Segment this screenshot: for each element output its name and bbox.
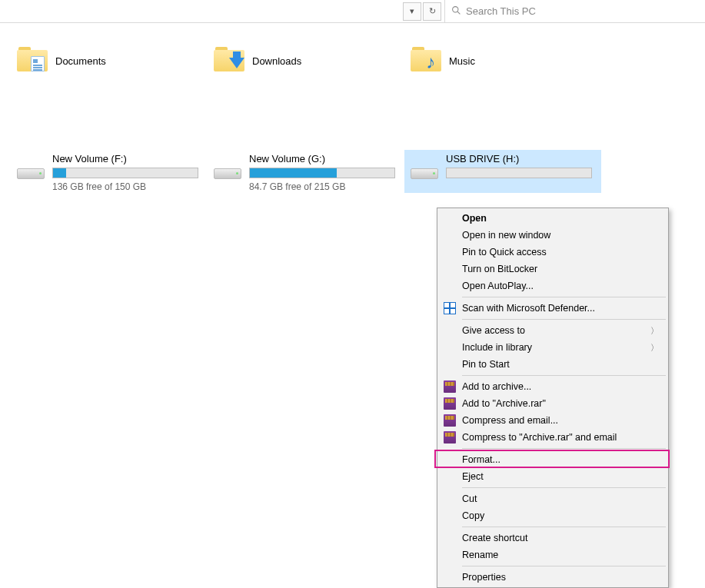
chevron-right-icon: 〉	[650, 325, 659, 337]
context-menu-item-label: Rename	[462, 550, 498, 560]
context-menu-item[interactable]: Compress and email...	[439, 412, 667, 429]
folder-icon	[15, 45, 52, 76]
svg-line-1	[457, 12, 460, 14]
folder-label: Music	[449, 55, 475, 67]
context-menu-item[interactable]: Pin to Start	[439, 356, 667, 373]
context-menu-item-label: Open	[462, 213, 487, 224]
drive-name: New Volume (F:)	[52, 153, 203, 164]
drive-info: New Volume (F:)136 GB free of 150 GB	[52, 153, 203, 192]
refresh-button[interactable]: ↻	[423, 2, 441, 21]
folder-icon: ♪	[409, 45, 446, 76]
context-menu-item[interactable]: Open AutoPlay...	[439, 277, 667, 294]
context-menu-item-label: Include in library	[462, 342, 532, 353]
history-dropdown-button[interactable]: ▾	[403, 2, 421, 21]
context-menu-item-label: Add to "Archive.rar"	[462, 398, 546, 409]
context-menu-item[interactable]: Include in library〉	[439, 339, 667, 356]
context-menu-item[interactable]: Pin to Quick access	[439, 244, 667, 261]
context-menu-item-label: Give access to	[462, 325, 525, 336]
downloads-icon	[229, 58, 244, 68]
toolbar: ▾ ↻ Search This PC	[0, 0, 705, 23]
drive-free-text: 84.7 GB free of 215 GB	[249, 181, 400, 192]
context-menu-item-label: Pin to Start	[462, 359, 510, 370]
drive-icon	[212, 158, 246, 191]
address-bar[interactable]: ▾ ↻	[0, 0, 445, 22]
context-menu-item-label: Add to archive...	[462, 381, 531, 392]
context-menu-item[interactable]: Scan with Microsoft Defender...	[439, 300, 667, 317]
context-menu-item[interactable]: Add to "Archive.rar"	[439, 395, 667, 412]
folder-label: Downloads	[252, 55, 301, 67]
context-menu-item[interactable]: Open	[439, 210, 667, 227]
context-menu-item-label: Open in new window	[462, 230, 550, 241]
archive-icon	[444, 380, 456, 393]
drive-name: USB DRIVE (H:)	[446, 153, 597, 164]
chevron-right-icon: 〉	[650, 342, 659, 354]
context-menu-item-label: Cut	[462, 493, 477, 504]
context-menu-separator	[462, 448, 666, 449]
drive-usage-bar	[249, 168, 395, 178]
refresh-icon: ↻	[429, 6, 436, 16]
drive-info: New Volume (G:)84.7 GB free of 215 GB	[249, 153, 400, 192]
context-menu-item[interactable]: Turn on BitLocker	[439, 261, 667, 277]
folder-label: Documents	[55, 55, 106, 67]
context-menu-item[interactable]: Properties	[439, 569, 667, 586]
context-menu-item-label: Properties	[462, 572, 506, 583]
drives-row: New Volume (F:)136 GB free of 150 GBNew …	[0, 150, 705, 193]
context-menu-separator	[462, 566, 666, 566]
context-menu-separator	[462, 297, 666, 297]
context-menu-item[interactable]: Compress to "Archive.rar" and email	[439, 429, 667, 446]
context-menu-separator	[462, 487, 666, 488]
context-menu-item[interactable]: Format...	[439, 451, 667, 468]
context-menu-item[interactable]: Rename	[439, 546, 667, 563]
context-menu-item-label: Create shortcut	[462, 533, 527, 543]
search-placeholder: Search This PC	[466, 5, 536, 17]
drive-usage-bar	[52, 168, 198, 178]
context-menu-item[interactable]: Give access to〉	[439, 322, 667, 339]
context-menu-item[interactable]: Add to archive...	[439, 378, 667, 395]
context-menu-item-label: Copy	[462, 510, 484, 521]
context-menu-separator	[462, 319, 666, 320]
context-menu-item[interactable]: Cut	[439, 490, 667, 507]
drive-free-text: 136 GB free of 150 GB	[52, 181, 203, 192]
folder-item-music[interactable]: ♪Music	[404, 41, 601, 81]
folder-icon	[212, 45, 249, 76]
context-menu-item-label: Format...	[462, 454, 500, 465]
folders-row: DocumentsDownloads♪Music	[0, 24, 705, 81]
context-menu-item[interactable]: Eject	[439, 468, 667, 485]
archive-icon	[444, 431, 456, 443]
drive-icon	[15, 158, 49, 191]
context-menu-item[interactable]: Copy	[439, 507, 667, 524]
context-menu-item[interactable]: Create shortcut	[439, 530, 667, 546]
context-menu-item[interactable]: Open in new window	[439, 227, 667, 244]
archive-icon	[444, 397, 456, 410]
drive-item[interactable]: USB DRIVE (H:)	[404, 150, 601, 193]
svg-point-0	[453, 6, 458, 12]
context-menu: OpenOpen in new windowPin to Quick acces…	[437, 208, 669, 588]
documents-icon	[31, 56, 45, 71]
shield-icon	[444, 302, 456, 314]
context-menu-item-label: Eject	[462, 471, 484, 482]
folder-item-downloads[interactable]: Downloads	[208, 41, 404, 81]
drive-item[interactable]: New Volume (G:)84.7 GB free of 215 GB	[208, 150, 404, 193]
music-icon: ♪	[426, 51, 435, 73]
context-menu-item-label: Turn on BitLocker	[462, 264, 537, 274]
drive-item[interactable]: New Volume (F:)136 GB free of 150 GB	[11, 150, 208, 193]
search-box[interactable]: Search This PC	[445, 0, 705, 22]
folder-item-documents[interactable]: Documents	[11, 41, 208, 81]
context-menu-item-label: Open AutoPlay...	[462, 281, 534, 291]
drive-info: USB DRIVE (H:)	[446, 153, 597, 181]
content-area: DocumentsDownloads♪Music New Volume (F:)…	[0, 23, 705, 193]
search-icon	[451, 5, 461, 18]
context-menu-item-label: Compress and email...	[462, 415, 558, 426]
context-menu-item-label: Scan with Microsoft Defender...	[462, 303, 595, 314]
context-menu-item-label: Pin to Quick access	[462, 247, 547, 257]
context-menu-item-label: Compress to "Archive.rar" and email	[462, 432, 617, 443]
archive-icon	[444, 414, 456, 427]
context-menu-separator	[462, 527, 666, 527]
drive-usage-bar	[446, 168, 592, 178]
drive-name: New Volume (G:)	[249, 153, 400, 164]
chevron-down-icon: ▾	[410, 6, 414, 16]
drive-icon	[409, 158, 443, 191]
context-menu-separator	[462, 375, 666, 376]
